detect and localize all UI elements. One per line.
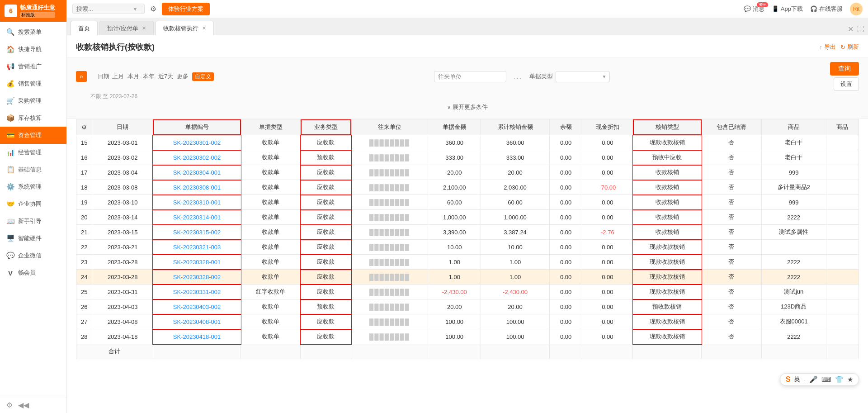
- td-verified: 2,030.00: [481, 180, 550, 195]
- td-bill-type: 收款单: [241, 270, 301, 285]
- tab-expand-action[interactable]: ⛶: [857, 25, 864, 33]
- filter-7days[interactable]: 近7天: [158, 72, 173, 81]
- sidebar-menu: 🔍 搜索菜单 🏠 快捷导航 📢 营销推广 💰 销售管理 🛒 采购管理 📦 库存核…: [0, 22, 66, 397]
- td-biz-type: 应收款: [301, 165, 351, 180]
- td-bill-no[interactable]: SK-20230408-001: [153, 314, 241, 329]
- td-bill-no[interactable]: SK-20230302-002: [153, 150, 241, 165]
- ime-star-icon[interactable]: ★: [847, 375, 853, 384]
- sidebar-item-basicinfo[interactable]: 📋 基础信息: [0, 161, 66, 178]
- td-verify-type: 收款核销: [633, 195, 702, 210]
- td-included: 否: [702, 165, 761, 180]
- inventory-icon: 📦: [6, 114, 14, 122]
- td-bill-type: 收款单: [241, 165, 301, 180]
- th-verify-type: 核销类型: [633, 119, 702, 135]
- footer-goods: [761, 344, 826, 359]
- filter-toggle-button[interactable]: »: [76, 71, 87, 82]
- td-bill-type: 收款单: [241, 195, 301, 210]
- refresh-button[interactable]: ↻ 刷新: [840, 43, 859, 51]
- td-goods: 测试jun: [761, 285, 826, 299]
- sidebar-item-enterprise[interactable]: 🤝 企业协同: [0, 195, 66, 213]
- topbar-gear-icon[interactable]: ⚙: [150, 5, 156, 13]
- sidebar-item-marketing[interactable]: 📢 营销推广: [0, 58, 66, 75]
- td-balance: 0.00: [550, 135, 582, 150]
- tab-close-action[interactable]: ✕: [848, 25, 854, 33]
- sidebar-item-guide[interactable]: 📖 新手引导: [0, 213, 66, 230]
- filter-expand-row[interactable]: ∨ 展开更多条件: [76, 100, 859, 114]
- td-verify-type: 收款核销: [633, 180, 702, 195]
- th-date: 日期: [92, 119, 153, 135]
- filter-this-month[interactable]: 本月: [127, 72, 139, 81]
- tab-verify-close[interactable]: ✕: [202, 25, 206, 31]
- td-discount: 0.00: [582, 150, 633, 165]
- sidebar-item-wechat[interactable]: 💬 企业微信: [0, 247, 66, 264]
- topbar-online-service[interactable]: 🎧 在线客服: [810, 5, 843, 13]
- topbar-search-input[interactable]: [76, 5, 131, 12]
- filter-date-label: 日期: [98, 72, 109, 81]
- filter-date-item: 日期 上月 本月 本年 近7天 更多 自定义: [98, 72, 214, 81]
- td-bill-no[interactable]: SK-20230308-001: [153, 180, 241, 195]
- sidebar-item-member[interactable]: V 畅会员: [0, 264, 66, 281]
- td-bill-no[interactable]: SK-20230418-001: [153, 329, 241, 344]
- filter-bill-type-select[interactable]: [556, 71, 610, 82]
- sidebar-item-system[interactable]: ⚙️ 系统管理: [0, 178, 66, 195]
- settings-icon[interactable]: ⚙: [6, 401, 13, 409]
- td-balance: 0.00: [550, 150, 582, 165]
- sidebar-logo: 6 畅康通好生意 标推版: [0, 0, 66, 22]
- td-verify-type: 收款核销: [633, 165, 702, 180]
- td-verified: 1,000.00: [481, 210, 550, 225]
- filter-last-month[interactable]: 上月: [112, 72, 124, 81]
- td-bill-no[interactable]: SK-20230331-002: [153, 285, 241, 299]
- filter-query-button[interactable]: 查询: [830, 62, 859, 76]
- sidebar-item-hardware[interactable]: 🖥️ 智能硬件: [0, 230, 66, 247]
- td-no: 26: [76, 299, 92, 314]
- th-gear[interactable]: ⚙: [76, 119, 92, 135]
- sidebar-item-label: 企业微信: [18, 252, 42, 260]
- td-amount: 1.00: [428, 270, 481, 285]
- ime-keyboard-icon[interactable]: ⌨: [821, 375, 831, 384]
- tab-payable[interactable]: 预计/应付单 ✕: [99, 21, 154, 35]
- td-balance: 0.00: [550, 285, 582, 299]
- td-no: 19: [76, 195, 92, 210]
- filter-setting-button[interactable]: 设置: [834, 77, 859, 91]
- filter-partner-input[interactable]: [434, 71, 506, 82]
- table-row: 172023-03-04SK-20230304-001收款单应收款███████…: [76, 165, 859, 180]
- solution-button[interactable]: 体验行业方案: [162, 3, 210, 15]
- td-bill-no[interactable]: SK-20230314-001: [153, 210, 241, 225]
- td-included: 否: [702, 299, 761, 314]
- td-bill-no[interactable]: SK-20230328-001: [153, 255, 241, 270]
- td-bill-no[interactable]: SK-20230301-002: [153, 135, 241, 150]
- td-bill-no[interactable]: SK-20230304-001: [153, 165, 241, 180]
- sidebar-item-search[interactable]: 🔍 搜索菜单: [0, 24, 66, 41]
- topbar-avatar[interactable]: Rit: [850, 3, 863, 15]
- td-bill-no[interactable]: SK-20230315-002: [153, 225, 241, 240]
- td-balance: 0.00: [550, 255, 582, 270]
- tab-verify[interactable]: 收款核销执行 ✕: [156, 21, 214, 35]
- filter-this-year[interactable]: 本年: [143, 72, 155, 81]
- sidebar-item-management[interactable]: 📊 经营管理: [0, 144, 66, 161]
- tab-home[interactable]: 首页: [71, 21, 98, 35]
- td-no: 20: [76, 210, 92, 225]
- sidebar-item-purchase[interactable]: 🛒 采购管理: [0, 92, 66, 109]
- td-partner: ████████: [351, 240, 428, 255]
- sidebar-item-sales[interactable]: 💰 销售管理: [0, 75, 66, 92]
- collapse-icon[interactable]: ◀◀: [18, 401, 29, 409]
- filter-more-date[interactable]: 更多: [177, 72, 189, 81]
- td-goods2: [826, 210, 859, 225]
- app-logo-icon: 6: [5, 5, 17, 17]
- td-bill-no[interactable]: SK-20230403-002: [153, 299, 241, 314]
- filter-custom-date-button[interactable]: 自定义: [192, 72, 214, 81]
- sidebar-item-quicknav[interactable]: 🏠 快捷导航: [0, 41, 66, 58]
- tab-payable-close[interactable]: ✕: [142, 25, 146, 31]
- td-bill-no[interactable]: SK-20230328-002: [153, 270, 241, 285]
- sidebar-item-finance[interactable]: 💳 资金管理: [0, 127, 66, 144]
- table-body: 152023-03-01SK-20230301-002收款单应收款███████…: [76, 135, 859, 344]
- ime-mic-icon[interactable]: 🎤: [809, 375, 818, 384]
- export-button[interactable]: ↑ 导出: [820, 43, 836, 51]
- topbar-app-download[interactable]: 📱 App下载: [772, 5, 803, 13]
- td-bill-no[interactable]: SK-20230321-003: [153, 240, 241, 255]
- sidebar-item-inventory[interactable]: 📦 库存核算: [0, 109, 66, 127]
- ime-shirt-icon[interactable]: 👕: [835, 375, 844, 384]
- td-bill-no[interactable]: SK-20230310-001: [153, 195, 241, 210]
- topbar-message[interactable]: 💬 消息 99+: [744, 5, 764, 13]
- td-verified: 20.00: [481, 165, 550, 180]
